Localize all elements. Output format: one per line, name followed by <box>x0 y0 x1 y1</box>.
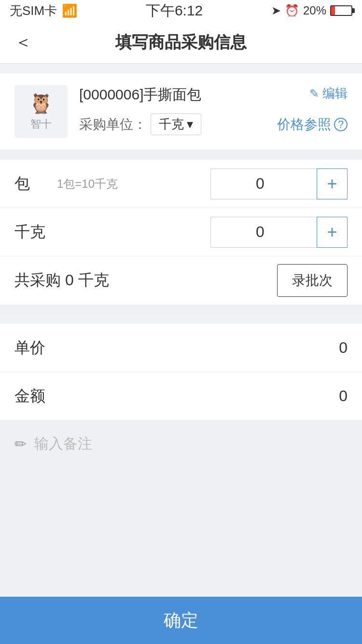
unit-price-row: 单价 0 <box>0 324 362 372</box>
total-unit: 千克 <box>78 271 109 289</box>
status-left: 无SIM卡 📶 <box>10 2 77 19</box>
kg-input[interactable] <box>210 217 317 248</box>
status-bar: 无SIM卡 📶 下午6:12 ➤ ⏰ 20% <box>0 0 362 21</box>
carrier-text: 无SIM卡 <box>10 2 57 19</box>
back-button[interactable]: ＜ <box>14 30 32 54</box>
battery-fill <box>331 6 335 15</box>
input-section: 包 1包=10千克 + 千克 + <box>0 160 362 256</box>
status-time: 下午6:12 <box>146 1 203 21</box>
remark-placeholder: 输入备注 <box>34 434 92 454</box>
alarm-icon: ⏰ <box>285 4 299 17</box>
battery-percent: 20% <box>303 4 326 17</box>
amount-row: 金额 0 <box>0 372 362 420</box>
nav-bar: ＜ 填写商品采购信息 <box>0 21 362 64</box>
section-divider-2 <box>0 305 362 314</box>
unit-price-value: 0 <box>339 339 348 357</box>
kg-label: 千克 <box>14 222 53 243</box>
bag-plus-button[interactable]: + <box>317 168 348 199</box>
battery-indicator <box>330 5 352 16</box>
wifi-icon: 📶 <box>62 3 77 18</box>
product-header: [0000006]手撕面包 ✎ 编辑 <box>79 85 348 105</box>
chevron-down-icon: ▾ <box>187 117 193 132</box>
unit-label: 采购单位： 千克 ▾ <box>79 113 201 135</box>
page-title: 填写商品采购信息 <box>115 31 247 54</box>
kg-plus-button[interactable]: + <box>317 217 348 248</box>
help-icon: ? <box>334 118 348 131</box>
bag-sublabel: 1包=10千克 <box>57 176 118 192</box>
page-wrapper: 无SIM卡 📶 下午6:12 ➤ ⏰ 20% ＜ 填写商品采购信息 🦉 智十 [ <box>0 0 362 644</box>
remark-section[interactable]: ✏ 输入备注 <box>0 420 362 467</box>
product-info: [0000006]手撕面包 ✎ 编辑 采购单位： 千克 ▾ <box>79 85 348 135</box>
amount-value: 0 <box>339 387 348 405</box>
price-ref-button[interactable]: 价格参照 ? <box>277 115 348 134</box>
edit-label: 编辑 <box>322 86 348 100</box>
unit-label-text: 采购单位： <box>79 115 147 134</box>
edit-button[interactable]: ✎ 编辑 <box>309 85 348 102</box>
owl-icon: 🦉 <box>29 92 53 115</box>
pencil-icon: ✏ <box>14 435 27 452</box>
info-section: 单价 0 金额 0 <box>0 324 362 420</box>
kg-input-row: 千克 + <box>0 208 362 256</box>
owl-label: 智十 <box>30 117 52 131</box>
section-divider-1 <box>0 150 362 160</box>
total-prefix: 共采购 <box>14 271 61 289</box>
price-ref-label: 价格参照 <box>277 115 331 134</box>
product-name: [0000006]手撕面包 <box>79 85 201 105</box>
batch-button[interactable]: 录批次 <box>277 264 348 297</box>
total-row: 共采购 0 千克 录批次 <box>0 256 362 305</box>
status-right: ➤ ⏰ 20% <box>271 4 352 17</box>
bag-input-control: + <box>210 168 348 199</box>
product-thumbnail: 🦉 智十 <box>14 85 68 138</box>
content-area: 🦉 智十 [0000006]手撕面包 ✎ 编辑 采购单位： 千克 <box>0 64 362 644</box>
bag-input-row: 包 1包=10千克 + <box>0 160 362 208</box>
confirm-button[interactable]: 确定 <box>0 597 362 644</box>
unit-value: 千克 <box>159 116 184 133</box>
product-card: 🦉 智十 [0000006]手撕面包 ✎ 编辑 采购单位： 千克 <box>0 73 362 150</box>
bag-label: 包 <box>14 173 53 195</box>
edit-icon: ✎ <box>309 87 319 100</box>
location-icon: ➤ <box>271 4 281 17</box>
unit-select[interactable]: 千克 ▾ <box>151 113 201 135</box>
total-text: 共采购 0 千克 <box>14 270 109 291</box>
total-amount: 0 <box>65 271 78 289</box>
product-unit-row: 采购单位： 千克 ▾ 价格参照 ? <box>79 113 348 135</box>
unit-price-label: 单价 <box>14 337 45 359</box>
amount-label: 金额 <box>14 386 45 407</box>
empty-space <box>0 467 362 612</box>
kg-input-control: + <box>210 217 348 248</box>
bag-input[interactable] <box>210 168 317 199</box>
